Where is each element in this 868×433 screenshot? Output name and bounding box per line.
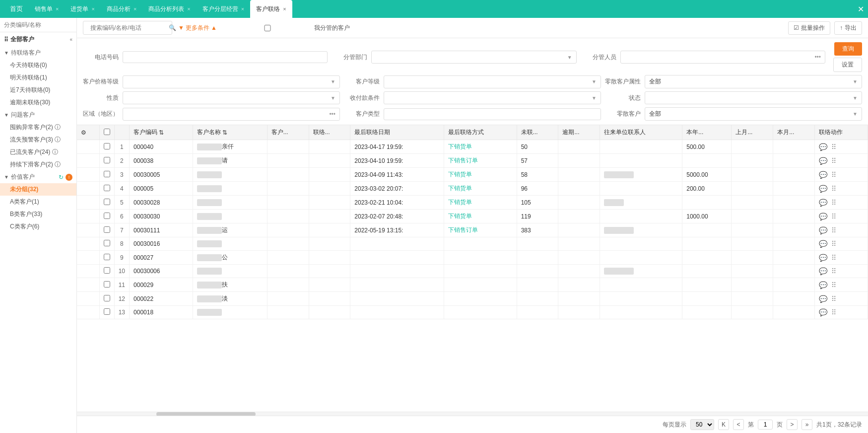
row-checkbox-cell[interactable]: [99, 210, 114, 223]
tab-purchase-order[interactable]: 进货单×: [65, 0, 100, 18]
close-icon[interactable]: ×: [134, 6, 136, 12]
close-icon[interactable]: ×: [91, 6, 94, 12]
sidebar-item-class-a[interactable]: A类客户(1): [0, 196, 76, 208]
tab-customer-contact[interactable]: 客户联络×: [250, 0, 292, 18]
sidebar-item-class-b[interactable]: B类客户(33): [0, 208, 76, 220]
group-value-customers[interactable]: ▼ 价值客户 ↻ !: [0, 171, 76, 183]
not-contact-col-header[interactable]: 未联...: [517, 125, 558, 140]
row-checkbox[interactable]: [104, 157, 110, 163]
grid-action-icon[interactable]: ⠿: [831, 281, 836, 289]
sidebar-collapse-icon[interactable]: «: [69, 37, 72, 42]
row-checkbox[interactable]: [104, 267, 110, 274]
close-icon[interactable]: ×: [241, 6, 244, 12]
message-icon[interactable]: 💬: [819, 171, 827, 179]
filter-customer-type-input[interactable]: [384, 108, 601, 120]
last-method-link[interactable]: 下销货单: [448, 213, 472, 219]
message-icon[interactable]: 💬: [819, 240, 827, 248]
tab-customer-segment[interactable]: 客户分层经营×: [197, 0, 250, 18]
this-month-col-header[interactable]: 本月...: [773, 125, 815, 140]
sidebar-item-declining[interactable]: 持续下滑客户(2) ⓘ: [0, 158, 76, 171]
row-checkbox-cell[interactable]: [99, 196, 114, 210]
last-method-link[interactable]: 下销货单: [448, 185, 472, 192]
settings-col-header[interactable]: ⚙: [77, 125, 99, 140]
message-icon[interactable]: 💬: [819, 308, 827, 316]
sidebar-item-lost[interactable]: 已流失客户(24) ⓘ: [0, 146, 76, 158]
search-icon[interactable]: 🔍: [169, 24, 176, 31]
sidebar-item-7days-pending[interactable]: 近7天待联络(0): [0, 84, 76, 96]
sidebar-item-abnormal[interactable]: 囤购异常客户(2) ⓘ: [0, 121, 76, 134]
row-checkbox[interactable]: [104, 240, 110, 246]
export-button[interactable]: ↑ 导出: [834, 21, 862, 35]
last-method-link[interactable]: 下销售订单: [448, 157, 478, 164]
home-tab[interactable]: 首页: [4, 4, 29, 13]
message-icon[interactable]: 💬: [819, 267, 827, 275]
row-checkbox[interactable]: [104, 254, 110, 260]
filter-retail-attr-select[interactable]: 全部 ▼: [645, 75, 862, 88]
checkbox-col-header[interactable]: [99, 125, 114, 140]
filter-phone-input[interactable]: [123, 51, 328, 63]
row-checkbox-cell[interactable]: [99, 237, 114, 251]
message-icon[interactable]: 💬: [819, 157, 827, 165]
row-checkbox-cell[interactable]: [99, 292, 114, 306]
row-checkbox[interactable]: [104, 226, 110, 233]
my-customer-checkbox[interactable]: 我分管的客户: [223, 24, 350, 32]
message-icon[interactable]: 💬: [819, 199, 827, 207]
last-page-button[interactable]: »: [801, 419, 812, 430]
sidebar-item-unclassified[interactable]: 未分组(32): [0, 183, 76, 196]
row-checkbox-cell[interactable]: [99, 306, 114, 319]
tab-sales-order[interactable]: 销售单×: [29, 0, 65, 18]
group-problem-customers[interactable]: ▼ 问题客户: [0, 109, 76, 121]
page-size-select[interactable]: 50: [690, 419, 714, 430]
name-col-header[interactable]: 客户名称⇅: [193, 125, 267, 140]
grid-action-icon[interactable]: ⠿: [831, 267, 836, 275]
last-method-link[interactable]: 下销售订单: [448, 226, 478, 233]
row-checkbox-cell[interactable]: [99, 223, 114, 237]
sidebar-search-input[interactable]: [4, 21, 77, 28]
message-icon[interactable]: 💬: [819, 213, 827, 220]
code-col-header[interactable]: 客户编码⇅: [130, 125, 193, 140]
filter-region-select[interactable]: •••: [123, 108, 340, 121]
row-checkbox-cell[interactable]: [99, 251, 114, 265]
window-close-button[interactable]: ✕: [858, 4, 864, 14]
sidebar-item-class-c[interactable]: C类客户(6): [0, 220, 76, 233]
message-icon[interactable]: 💬: [819, 143, 827, 151]
grid-action-icon[interactable]: ⠿: [831, 295, 836, 303]
close-icon[interactable]: ×: [56, 6, 59, 12]
row-checkbox[interactable]: [104, 199, 110, 205]
message-icon[interactable]: 💬: [819, 295, 827, 303]
overdue-col-header[interactable]: 逾期...: [558, 125, 600, 140]
sidebar-item-tomorrow-pending[interactable]: 明天待联络(1): [0, 72, 76, 84]
filter-nature-select[interactable]: ▼: [123, 91, 340, 104]
select-all-checkbox[interactable]: [104, 129, 110, 135]
grid-action-icon[interactable]: ⠿: [831, 185, 836, 193]
reset-button[interactable]: 设置: [833, 58, 862, 72]
row-checkbox-cell[interactable]: [99, 140, 114, 154]
filter-person-select[interactable]: •••: [620, 51, 825, 64]
last-method-link[interactable]: 下销货单: [448, 199, 472, 206]
row-checkbox-cell[interactable]: [99, 168, 114, 182]
grid-action-icon[interactable]: ⠿: [831, 199, 836, 207]
filter-payment-select[interactable]: ▼: [384, 91, 601, 104]
grid-action-icon[interactable]: ⠿: [831, 171, 836, 179]
grid-action-icon[interactable]: ⠿: [831, 213, 836, 220]
tab-product-analysis-list[interactable]: 商品分析列表×: [142, 0, 196, 18]
my-customer-check[interactable]: [223, 25, 312, 31]
filter-status-select[interactable]: ▼: [645, 91, 862, 104]
row-checkbox[interactable]: [104, 213, 110, 219]
message-icon[interactable]: 💬: [819, 226, 827, 234]
last-date-col-header[interactable]: 最后联络日期: [350, 125, 444, 140]
row-checkbox[interactable]: [104, 143, 110, 149]
message-icon[interactable]: 💬: [819, 254, 827, 262]
row-checkbox[interactable]: [104, 308, 110, 315]
last-method-link[interactable]: 下销货单: [448, 143, 472, 150]
type-col-header[interactable]: 客户...: [267, 125, 309, 140]
row-checkbox[interactable]: [104, 295, 110, 301]
message-icon[interactable]: 💬: [819, 281, 827, 289]
filter-customer-grade-select[interactable]: ▼: [384, 75, 601, 88]
row-checkbox[interactable]: [104, 185, 110, 191]
refresh-icon[interactable]: ↻: [59, 174, 64, 181]
grid-action-icon[interactable]: ⠿: [831, 240, 836, 248]
row-checkbox[interactable]: [104, 171, 110, 177]
last-method-col-header[interactable]: 最后联络方式: [444, 125, 517, 140]
next-page-button[interactable]: >: [787, 419, 798, 430]
